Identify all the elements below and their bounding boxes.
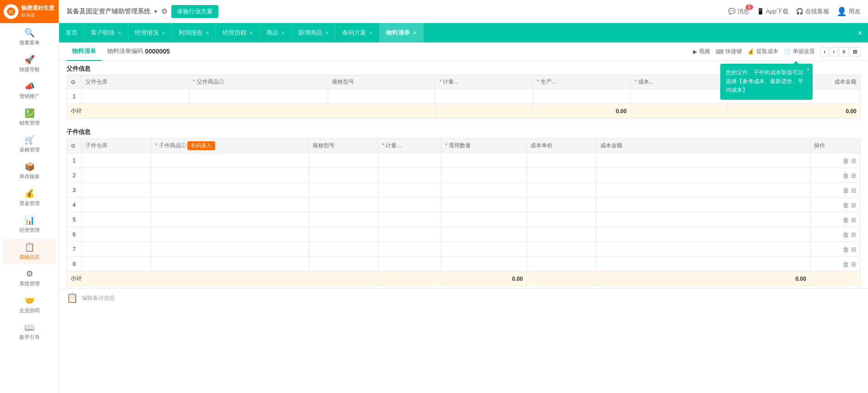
- child-cell-qty-5[interactable]: [441, 212, 527, 227]
- child-cell-product-6[interactable]: [151, 227, 308, 242]
- child-cell-product-5[interactable]: [151, 212, 308, 227]
- child-cell-unit-6[interactable]: [378, 227, 441, 242]
- child-cell-unitcost-2[interactable]: [527, 168, 597, 183]
- child-col-settings[interactable]: ⚙: [67, 139, 82, 153]
- nav-tab-4[interactable]: 经营历程✕: [216, 23, 260, 42]
- prev-page-btn[interactable]: ‹: [820, 47, 829, 56]
- sub-tab-code[interactable]: 物料清单编码 0000005: [102, 42, 175, 61]
- nav-tab-close-4[interactable]: ✕: [249, 30, 253, 36]
- doc-settings-tool[interactable]: 📄 单据设置: [784, 48, 815, 55]
- child-cell-spec-4[interactable]: [308, 198, 378, 212]
- child-cell-warehouse-6[interactable]: [82, 227, 151, 242]
- delete-icon-8[interactable]: 🗑: [843, 260, 849, 268]
- parent-cell-product[interactable]: [189, 89, 328, 104]
- dropdown-icon[interactable]: ▾: [154, 8, 157, 15]
- delete-icon-1[interactable]: 🗑: [843, 157, 849, 164]
- child-cell-unit-3[interactable]: [378, 183, 441, 198]
- copy-icon-6[interactable]: ⊞: [851, 231, 856, 238]
- sidebar-item-2[interactable]: 📣营销推广: [3, 78, 56, 103]
- nav-tab-close-2[interactable]: ✕: [162, 30, 165, 36]
- child-cell-product-8[interactable]: [151, 257, 308, 272]
- nav-tab-close-1[interactable]: ✕: [118, 30, 121, 36]
- child-cell-product-2[interactable]: [151, 168, 308, 183]
- sidebar-item-5[interactable]: 📦库存核算: [3, 158, 56, 184]
- child-cell-unitcost-7[interactable]: [527, 242, 597, 257]
- child-cell-warehouse-1[interactable]: [82, 153, 151, 168]
- copy-icon-1[interactable]: ⊞: [851, 157, 856, 164]
- cost-tool[interactable]: 💰 提取成本: [747, 48, 778, 55]
- video-tool[interactable]: ▶ 视频: [693, 48, 710, 55]
- note-label[interactable]: 编辑备注信息: [82, 294, 115, 302]
- delete-icon-3[interactable]: 🗑: [843, 187, 849, 194]
- nav-tab-7[interactable]: 条码方案✕: [336, 23, 380, 42]
- child-cell-unit-5[interactable]: [378, 212, 441, 227]
- child-cell-unit-7[interactable]: [378, 242, 441, 257]
- child-cell-spec-2[interactable]: [308, 168, 378, 183]
- copy-icon-5[interactable]: ⊞: [851, 216, 856, 224]
- child-cell-warehouse-4[interactable]: [82, 198, 151, 212]
- sidebar-item-7[interactable]: 📊经营管理: [3, 212, 56, 237]
- sidebar-item-1[interactable]: 🚀快捷导航: [3, 51, 56, 77]
- delete-icon-2[interactable]: 🗑: [843, 172, 849, 179]
- nav-tab-close-5[interactable]: ✕: [281, 30, 285, 36]
- child-cell-unit-4[interactable]: [378, 198, 441, 212]
- parent-cell-produce[interactable]: [533, 89, 630, 104]
- sidebar-item-9[interactable]: ⚙系统管理: [3, 265, 56, 291]
- sub-tab-list[interactable]: 物料清单: [66, 42, 102, 61]
- child-cell-qty-8[interactable]: [441, 257, 527, 272]
- user-item[interactable]: 👤 用友: [837, 6, 861, 17]
- child-cell-qty-4[interactable]: [441, 198, 527, 212]
- child-cell-qty-3[interactable]: [441, 183, 527, 198]
- sidebar-item-4[interactable]: 🛒采购管理: [3, 131, 56, 157]
- child-cell-qty-7[interactable]: [441, 242, 527, 257]
- message-item[interactable]: 💬 消息 6: [728, 7, 749, 16]
- nav-tab-0[interactable]: 首页: [59, 23, 84, 42]
- copy-icon-7[interactable]: ⊞: [851, 246, 856, 253]
- nav-tab-5[interactable]: 商品✕: [260, 23, 292, 42]
- child-cell-unit-2[interactable]: [378, 168, 441, 183]
- copy-icon-8[interactable]: ⊞: [851, 260, 856, 268]
- nav-tab-close-3[interactable]: ✕: [205, 30, 209, 36]
- child-cell-spec-1[interactable]: [308, 153, 378, 168]
- sidebar-item-11[interactable]: 📖新手引导: [3, 319, 56, 345]
- child-cell-spec-8[interactable]: [308, 257, 378, 272]
- child-cell-unit-8[interactable]: [378, 257, 441, 272]
- next-page-btn[interactable]: ›: [830, 47, 838, 56]
- child-cell-warehouse-5[interactable]: [82, 212, 151, 227]
- app-download-item[interactable]: 📱 App下载: [757, 7, 789, 16]
- child-cell-product-4[interactable]: [151, 198, 308, 212]
- sidebar-item-6[interactable]: 💰资金管理: [3, 185, 56, 211]
- child-cell-spec-3[interactable]: [308, 183, 378, 198]
- child-cell-spec-6[interactable]: [308, 227, 378, 242]
- scan-button[interactable]: 扫码录入: [187, 141, 215, 150]
- sidebar-item-10[interactable]: 🤝企业协同: [3, 292, 56, 318]
- child-cell-product-1[interactable]: [151, 153, 308, 168]
- nav-tab-3[interactable]: 利润报告✕: [172, 23, 216, 42]
- copy-icon-3[interactable]: ⊞: [851, 187, 856, 194]
- delete-icon-4[interactable]: 🗑: [843, 201, 849, 209]
- child-cell-unitcost-4[interactable]: [527, 198, 597, 212]
- child-cell-warehouse-8[interactable]: [82, 257, 151, 272]
- delete-icon-6[interactable]: 🗑: [843, 231, 849, 238]
- child-cell-spec-7[interactable]: [308, 242, 378, 257]
- nav-tab-close-7[interactable]: ✕: [369, 30, 373, 36]
- parent-cell-unit[interactable]: [435, 89, 533, 104]
- child-cell-spec-5[interactable]: [308, 212, 378, 227]
- sidebar-item-3[interactable]: 💹销售管理: [3, 104, 56, 130]
- nav-tab-2[interactable]: 经营情况✕: [128, 23, 172, 42]
- copy-icon-2[interactable]: ⊞: [851, 172, 856, 179]
- list-view-btn[interactable]: ≡: [839, 47, 849, 56]
- sidebar-item-0[interactable]: 🔍搜索菜单: [3, 24, 56, 50]
- child-cell-unit-1[interactable]: [378, 153, 441, 168]
- child-cell-unitcost-3[interactable]: [527, 183, 597, 198]
- expand-btn[interactable]: ⊞: [850, 47, 861, 56]
- child-cell-unitcost-8[interactable]: [527, 257, 597, 272]
- child-cell-unitcost-6[interactable]: [527, 227, 597, 242]
- shortcut-tool[interactable]: ⌨ 快捷键: [716, 48, 742, 55]
- nav-tab-1[interactable]: 客户联络✕: [84, 23, 128, 42]
- settings-icon[interactable]: ⚙: [161, 7, 168, 16]
- child-cell-warehouse-7[interactable]: [82, 242, 151, 257]
- online-service-item[interactable]: 🎧 在线客服: [796, 7, 829, 16]
- nav-tab-8[interactable]: 物料清单✕: [380, 23, 423, 42]
- nav-tab-6[interactable]: 新增商品✕: [292, 23, 336, 42]
